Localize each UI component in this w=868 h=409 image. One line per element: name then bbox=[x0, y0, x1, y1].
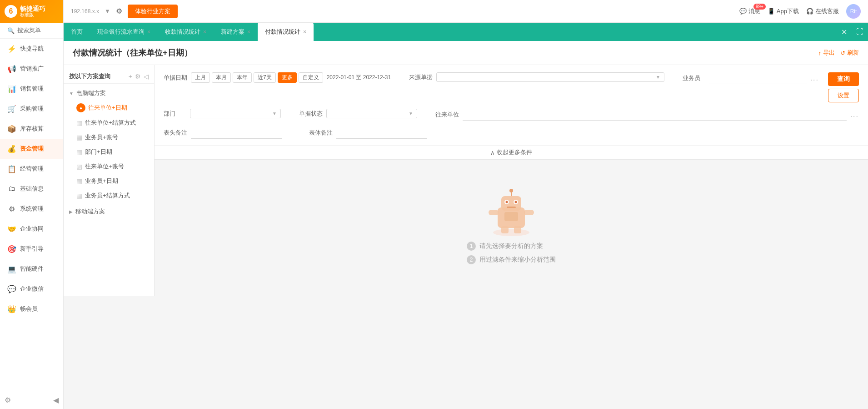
refresh-button[interactable]: ↺ 刷新 bbox=[840, 49, 859, 57]
page-content: 付款情况统计（往来单位+日期） ↑ 导出 ↺ 刷新 按以下方案查询 + bbox=[64, 41, 868, 409]
sidebar-item-marketing[interactable]: 📢 营销推广 bbox=[0, 59, 63, 79]
empty-step-1: 1 请先选择要分析的方案 bbox=[467, 242, 556, 251]
last-month-btn[interactable]: 上月 bbox=[191, 72, 210, 83]
main: 192.168.x.x ▼ ⚙ 体验行业方案 💬 消息 99+ 📱 App下载 … bbox=[64, 0, 868, 409]
sidebar-item-wechat[interactable]: 💬 企业微信 bbox=[0, 279, 63, 299]
source-select[interactable]: ▼ bbox=[436, 72, 664, 82]
filter-source: 来源单据 ▼ bbox=[409, 72, 664, 82]
chevron-down-icon: ▼ bbox=[69, 91, 74, 96]
search-icon: 🔍 bbox=[7, 27, 15, 34]
wechat-icon: 💬 bbox=[7, 284, 16, 293]
this-year-btn[interactable]: 本年 bbox=[233, 72, 252, 83]
scheme-panel-header: 按以下方案查询 + ⚙ ◁ bbox=[64, 70, 154, 84]
sidebar-item-basic[interactable]: 🗂 基础信息 bbox=[0, 179, 63, 199]
close-tab-action[interactable]: ✕ bbox=[837, 28, 852, 36]
scheme-item-unit-account[interactable]: ▨ 往来单位+账号 bbox=[64, 159, 154, 174]
settings-button[interactable]: 设置 bbox=[828, 89, 859, 102]
svg-rect-2 bbox=[501, 196, 521, 211]
body-note-input[interactable] bbox=[336, 127, 427, 139]
scheme-item-staff-payment[interactable]: ▦ 业务员+结算方式 bbox=[64, 188, 154, 203]
last7-btn[interactable]: 近7天 bbox=[254, 72, 276, 83]
scheme-item-unit-payment[interactable]: ▦ 往来单位+结算方式 bbox=[64, 116, 154, 130]
more-btn[interactable]: 更多 bbox=[278, 72, 297, 83]
tab-receipts[interactable]: 收款情况统计 × bbox=[158, 23, 214, 41]
topbar-gear-button[interactable]: ⚙ bbox=[116, 7, 122, 15]
capital-icon: 💰 bbox=[7, 144, 16, 153]
date-range-display: 2022-01-01 至 2022-12-31 bbox=[327, 74, 391, 81]
scheme-settings-button[interactable]: ⚙ bbox=[135, 73, 141, 80]
active-scheme-icon: ● bbox=[76, 103, 85, 112]
this-month-btn[interactable]: 本月 bbox=[212, 72, 231, 83]
robot-svg bbox=[484, 187, 539, 237]
header-note-input[interactable] bbox=[191, 127, 282, 139]
scheme-item-staff-account[interactable]: ▦ 业务员+账号 bbox=[64, 130, 154, 145]
dept-select[interactable]: ▼ bbox=[190, 109, 281, 118]
system-icon: ⚙ bbox=[7, 204, 16, 213]
sidebar-item-sales[interactable]: 📊 销售管理 bbox=[0, 79, 63, 99]
close-payments-tab[interactable]: × bbox=[303, 29, 306, 35]
page-title: 付款情况统计（往来单位+日期） bbox=[73, 47, 192, 58]
sidebar-item-hardware[interactable]: 💻 智能硬件 bbox=[0, 259, 63, 279]
avatar: Rit bbox=[846, 4, 861, 19]
collapse-filters-button[interactable]: ∧ 收起更多条件 bbox=[155, 145, 868, 159]
app-download-button[interactable]: 📱 App下载 bbox=[768, 7, 799, 15]
partner-dots-button[interactable]: ... bbox=[850, 111, 859, 119]
scheme-item-unit-date[interactable]: ● 往来单位+日期 bbox=[64, 100, 154, 116]
sidebar-item-corp[interactable]: 🤝 企业协同 bbox=[0, 219, 63, 239]
tab-newscheme[interactable]: 新建方案 × bbox=[214, 23, 258, 41]
search-menu[interactable]: 🔍 搜索菜单 bbox=[0, 23, 63, 39]
sidebar-item-capital[interactable]: 💰 资金管理 bbox=[0, 139, 63, 159]
message-button[interactable]: 💬 消息 99+ bbox=[739, 7, 760, 15]
close-receipts-tab[interactable]: × bbox=[203, 29, 206, 35]
filter-date: 单据日期 上月 本月 本年 近7天 更多 自定义 2022-01-01 至 20… bbox=[164, 72, 391, 83]
sidebar-item-inventory[interactable]: 📦 库存核算 bbox=[0, 119, 63, 139]
scheme-item-dept-date[interactable]: ▦ 部门+日期 bbox=[64, 145, 154, 159]
partner-input-line[interactable] bbox=[463, 109, 847, 121]
export-icon: ↑ bbox=[818, 50, 822, 56]
operation-icon: 📋 bbox=[7, 164, 16, 173]
body-note-label: 表体备注 bbox=[309, 129, 333, 137]
sidebar-item-system[interactable]: ⚙ 系统管理 bbox=[0, 199, 63, 219]
scheme-group-mobile-header[interactable]: ▶ 移动端方案 bbox=[64, 205, 154, 218]
staff-dots-button[interactable]: ... bbox=[810, 74, 819, 82]
trial-button[interactable]: 体验行业方案 bbox=[128, 5, 178, 18]
svg-rect-13 bbox=[514, 226, 521, 233]
service-button[interactable]: 🎧 在线客服 bbox=[806, 7, 839, 15]
doc-status-select[interactable]: ▼ bbox=[326, 109, 417, 118]
message-badge: 99+ bbox=[753, 4, 766, 10]
sidebar-item-shortcut[interactable]: ⚡ 快捷导航 bbox=[0, 39, 63, 59]
maximize-tab-action[interactable]: ⛶ bbox=[852, 28, 868, 36]
tab-cashflow[interactable]: 现金银行流水查询 × bbox=[90, 23, 158, 41]
sidebar-item-purchase[interactable]: 🛒 采购管理 bbox=[0, 99, 63, 119]
svg-rect-11 bbox=[524, 210, 534, 215]
table-icon-5: ▦ bbox=[76, 192, 82, 199]
scheme-panel-icons: + ⚙ ◁ bbox=[129, 73, 149, 80]
step-1-num: 1 bbox=[467, 242, 476, 251]
staff-input-line[interactable] bbox=[709, 72, 807, 84]
settings-footer-button[interactable]: ⚙ bbox=[5, 396, 11, 404]
query-button[interactable]: 查询 bbox=[828, 72, 859, 86]
scheme-group-desktop-header[interactable]: ▼ 电脑端方案 bbox=[64, 86, 154, 100]
export-button[interactable]: ↑ 导出 bbox=[818, 49, 835, 57]
sidebar-item-guide[interactable]: 🎯 新手引导 bbox=[0, 239, 63, 259]
filter-body-note: 表体备注 bbox=[309, 127, 427, 139]
custom-btn[interactable]: 自定义 bbox=[299, 72, 323, 83]
filter-section: 单据日期 上月 本月 本年 近7天 更多 自定义 2022-01-01 至 20… bbox=[155, 65, 868, 160]
sidebar-item-member[interactable]: 👑 畅会员 bbox=[0, 299, 63, 319]
svg-rect-9 bbox=[507, 207, 516, 208]
scheme-item-staff-date[interactable]: ▦ 业务员+日期 bbox=[64, 174, 154, 188]
collapse-sidebar-button[interactable]: ◀ bbox=[53, 396, 59, 404]
user-menu[interactable]: Rit bbox=[846, 4, 861, 19]
chevron-down-docstatus-icon: ▼ bbox=[409, 111, 413, 116]
guide-icon: 🎯 bbox=[7, 244, 16, 253]
filter-doc-status: 单据状态 ▼ bbox=[299, 109, 417, 118]
tab-home[interactable]: 首页 bbox=[64, 23, 90, 41]
close-cashflow-tab[interactable]: × bbox=[147, 29, 150, 35]
scheme-panel: 按以下方案查询 + ⚙ ◁ ▼ 电脑端方案 ● bbox=[64, 65, 155, 296]
collapse-icon: ∧ bbox=[490, 149, 495, 156]
add-scheme-button[interactable]: + bbox=[129, 73, 132, 80]
sidebar-item-operation[interactable]: 📋 经营管理 bbox=[0, 159, 63, 179]
close-newscheme-tab[interactable]: × bbox=[247, 29, 250, 35]
tab-payments[interactable]: 付款情况统计 × bbox=[258, 23, 314, 41]
collapse-scheme-button[interactable]: ◁ bbox=[144, 73, 149, 80]
